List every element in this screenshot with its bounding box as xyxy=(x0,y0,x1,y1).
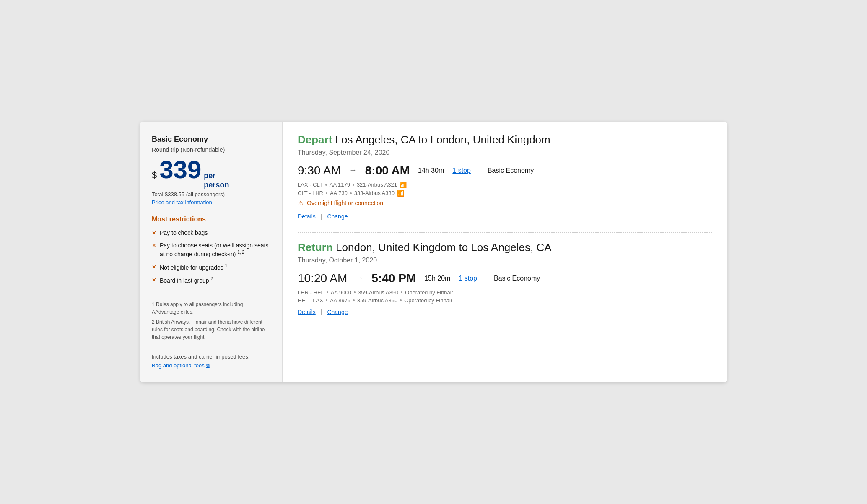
ret-leg2-flight: AA 8975 xyxy=(330,297,350,304)
footnotes: 1 Rules apply to all passengers includin… xyxy=(152,301,270,343)
separator xyxy=(353,299,355,301)
separator xyxy=(353,184,354,186)
overnight-warning: ⚠ Overnight flight or connection xyxy=(298,199,712,207)
x-icon: ✕ xyxy=(152,263,156,271)
return-date: Thursday, October 1, 2020 xyxy=(298,257,712,264)
ret-leg2-aircraft: 359-Airbus A350 xyxy=(357,297,397,304)
ret-leg2-route: HEL - LAX xyxy=(298,297,323,304)
main-card: Basic Economy Round trip (Non-refundable… xyxy=(140,122,727,382)
dollar-sign: $ xyxy=(152,170,157,181)
overnight-text: Overnight flight or connection xyxy=(307,200,383,206)
depart-section: Depart Los Angeles, CA to London, United… xyxy=(298,133,712,220)
list-item: ✕ Pay to choose seats (or we'll assign s… xyxy=(152,242,270,259)
depart-title: Depart Los Angeles, CA to London, United… xyxy=(298,133,712,146)
leg2-aircraft: 333-Airbus A330 xyxy=(354,190,395,196)
external-link-icon-2: ⧉ xyxy=(206,363,210,368)
depart-date: Thursday, September 24, 2020 xyxy=(298,149,712,156)
x-icon: ✕ xyxy=(152,242,156,249)
ret-leg1-aircraft: 359-Airbus A350 xyxy=(358,289,398,296)
leg1-flight: AA 1179 xyxy=(330,182,350,188)
total-price: Total $338.55 (all passengers) xyxy=(152,191,270,197)
return-section: Return London, United Kingdom to Los Ang… xyxy=(298,241,712,315)
arrow-icon: → xyxy=(349,166,357,175)
price-amount: 339 xyxy=(159,157,201,182)
warning-icon: ⚠ xyxy=(298,199,304,207)
depart-action-links: Details | Change xyxy=(298,213,712,220)
restriction-text: Board in last group 2 xyxy=(160,276,213,285)
arrow-icon-2: → xyxy=(356,274,363,283)
ret-leg1-operator: Operated by Finnair xyxy=(405,289,453,296)
return-arrive-time: 5:40 PM xyxy=(371,272,416,285)
depart-word: Depart xyxy=(298,133,332,146)
restriction-list: ✕ Pay to check bags ✕ Pay to choose seat… xyxy=(152,229,270,289)
return-header: Return London, United Kingdom to Los Ang… xyxy=(298,241,712,254)
return-change-link[interactable]: Change xyxy=(327,309,348,315)
x-icon: ✕ xyxy=(152,276,156,284)
separator xyxy=(354,291,356,293)
restrictions-title: Most restrictions xyxy=(152,216,270,223)
pipe-separator: | xyxy=(321,213,322,220)
return-word: Return xyxy=(298,241,333,254)
return-depart-time: 10:20 AM xyxy=(298,272,347,285)
per-person-label: perperson xyxy=(204,171,229,190)
restriction-text: Not eligible for upgrades 1 xyxy=(160,263,227,272)
depart-stops-link[interactable]: 1 stop xyxy=(452,167,471,174)
restriction-text: Pay to check bags xyxy=(160,229,208,237)
depart-time: 9:30 AM xyxy=(298,164,341,177)
leg1-route: LAX - CLT xyxy=(298,182,323,188)
ret-leg1-route: LHR - HEL xyxy=(298,289,324,296)
return-stops-link[interactable]: 1 stop xyxy=(459,275,477,282)
flights-panel: Depart Los Angeles, CA to London, United… xyxy=(283,122,727,382)
restriction-text: Pay to choose seats (or we'll assign sea… xyxy=(160,242,270,259)
leg1-aircraft: 321-Airbus A321 xyxy=(357,182,397,188)
ret-leg2-operator: Operated by Finnair xyxy=(404,297,452,304)
return-times-row: 10:20 AM → 5:40 PM 15h 20m 1 stop Basic … xyxy=(298,272,712,285)
list-item: ✕ Not eligible for upgrades 1 xyxy=(152,263,270,272)
depart-route: Los Angeles, CA to London, United Kingdo… xyxy=(335,133,550,146)
return-duration: 15h 20m xyxy=(424,275,450,282)
list-item: ✕ Board in last group 2 xyxy=(152,276,270,285)
leg2-flight: AA 730 xyxy=(330,190,348,196)
depart-leg2-details: CLT - LHR AA 730 333-Airbus A330 📶 xyxy=(298,190,712,197)
separator xyxy=(401,291,402,293)
arrive-time: 8:00 AM xyxy=(365,164,410,177)
return-details-link[interactable]: Details xyxy=(298,309,316,315)
separator xyxy=(325,184,327,186)
leg2-route: CLT - LHR xyxy=(298,190,323,196)
depart-change-link[interactable]: Change xyxy=(327,213,348,220)
return-fare-class: Basic Economy xyxy=(494,275,540,282)
bag-fees-link[interactable]: Bag and optional fees ⧉ xyxy=(152,362,210,369)
wifi-icon-2: 📶 xyxy=(397,190,404,197)
section-divider xyxy=(298,232,712,233)
depart-fare-class: Basic Economy xyxy=(488,167,534,174)
wifi-icon-1: 📶 xyxy=(400,182,407,188)
footnote-1: 1 Rules apply to all passengers includin… xyxy=(152,301,270,316)
separator xyxy=(350,192,352,194)
bag-fees-link-text: Bag and optional fees xyxy=(152,362,205,369)
return-action-links: Details | Change xyxy=(298,309,712,315)
return-leg2-details: HEL - LAX AA 8975 359-Airbus A350 Operat… xyxy=(298,297,712,304)
separator xyxy=(400,299,402,301)
depart-header: Depart Los Angeles, CA to London, United… xyxy=(298,133,712,146)
footnote-2: 2 British Airways, Finnair and Iberia ha… xyxy=(152,318,270,341)
price-row: $ 339 perperson xyxy=(152,157,270,190)
depart-duration: 14h 30m xyxy=(418,167,444,174)
depart-times-row: 9:30 AM → 8:00 AM 14h 30m 1 stop Basic E… xyxy=(298,164,712,177)
trip-type-label: Round trip (Non-refundable) xyxy=(152,146,270,153)
depart-details-link[interactable]: Details xyxy=(298,213,316,220)
return-route: London, United Kingdom to Los Angeles, C… xyxy=(336,241,552,254)
separator xyxy=(326,299,327,301)
price-tax-link[interactable]: Price and tax information xyxy=(152,199,270,205)
list-item: ✕ Pay to check bags xyxy=(152,229,270,237)
pipe-separator-2: | xyxy=(321,309,322,315)
pricing-panel: Basic Economy Round trip (Non-refundable… xyxy=(140,122,283,382)
return-title: Return London, United Kingdom to Los Ang… xyxy=(298,241,712,254)
ret-leg1-flight: AA 9000 xyxy=(331,289,351,296)
separator xyxy=(327,291,328,293)
depart-leg1-details: LAX - CLT AA 1179 321-Airbus A321 📶 xyxy=(298,182,712,188)
includes-text: Includes taxes and carrier imposed fees. xyxy=(152,353,270,360)
x-icon: ✕ xyxy=(152,229,156,237)
separator xyxy=(326,192,327,194)
bottom-section: Includes taxes and carrier imposed fees.… xyxy=(152,343,270,369)
fare-type-label: Basic Economy xyxy=(152,135,270,144)
